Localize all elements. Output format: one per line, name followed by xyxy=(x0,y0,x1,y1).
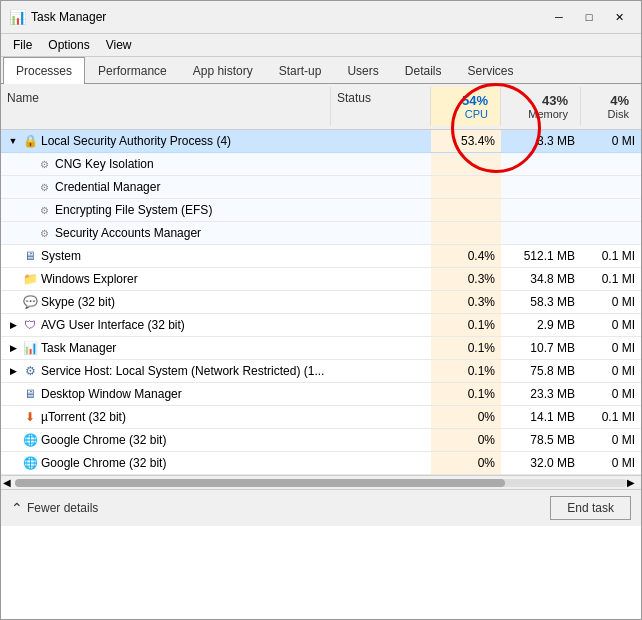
avg-memory: 2.9 MB xyxy=(501,314,581,336)
svchost-name: Service Host: Local System (Network Rest… xyxy=(41,364,324,378)
tab-performance[interactable]: Performance xyxy=(85,57,180,84)
tab-startup[interactable]: Start-up xyxy=(266,57,335,84)
efs-name-cell: ⚙ Encrypting File System (EFS) xyxy=(1,199,331,221)
chrome2-icon: 🌐 xyxy=(23,456,37,470)
skype-icon: 💬 xyxy=(23,295,37,309)
process-row-skype[interactable]: ▶ 💬 Skype (32 bit) 0.3% 58.3 MB 0 MI xyxy=(1,291,641,314)
scroll-right-button[interactable]: ▶ xyxy=(627,477,639,488)
menu-file[interactable]: File xyxy=(5,36,40,54)
scrollbar-thumb[interactable] xyxy=(15,479,505,487)
process-row-lsass[interactable]: ▼ 🔒 Local Security Authority Process (4)… xyxy=(1,130,641,153)
cpu-label: CPU xyxy=(465,108,488,120)
svchost-status xyxy=(331,360,431,382)
explorer-icon: 📁 xyxy=(23,272,37,286)
tab-app-history[interactable]: App history xyxy=(180,57,266,84)
process-row-credman[interactable]: ⚙ Credential Manager xyxy=(1,176,641,199)
fewer-details-label: Fewer details xyxy=(27,501,98,515)
process-row-sam[interactable]: ⚙ Security Accounts Manager xyxy=(1,222,641,245)
taskmgr-disk: 0 MI xyxy=(581,337,641,359)
avg-status xyxy=(331,314,431,336)
credman-disk xyxy=(581,176,641,198)
credman-name-cell: ⚙ Credential Manager xyxy=(1,176,331,198)
svchost-cpu: 0.1% xyxy=(431,360,501,382)
expand-arrow-svchost[interactable]: ▶ xyxy=(7,365,19,377)
sam-cpu xyxy=(431,222,501,244)
dwm-memory: 23.3 MB xyxy=(501,383,581,405)
utorrent-name: µTorrent (32 bit) xyxy=(41,410,126,424)
process-row-utorrent[interactable]: ▶ ⬇ µTorrent (32 bit) 0% 14.1 MB 0.1 MI xyxy=(1,406,641,429)
chrome2-disk: 0 MI xyxy=(581,452,641,474)
system-name-cell: ▶ 🖥 System xyxy=(1,245,331,267)
credman-icon: ⚙ xyxy=(37,180,51,194)
tab-processes[interactable]: Processes xyxy=(3,57,85,84)
process-row-taskmgr[interactable]: ▶ 📊 Task Manager 0.1% 10.7 MB 0 MI xyxy=(1,337,641,360)
process-row-chrome1[interactable]: ▶ 🌐 Google Chrome (32 bit) 0% 78.5 MB 0 … xyxy=(1,429,641,452)
col-name[interactable]: Name xyxy=(1,87,331,126)
scrollbar-track[interactable] xyxy=(15,479,628,487)
tab-users[interactable]: Users xyxy=(334,57,391,84)
credman-cpu xyxy=(431,176,501,198)
explorer-disk: 0.1 MI xyxy=(581,268,641,290)
process-row-cng[interactable]: ⚙ CNG Key Isolation xyxy=(1,153,641,176)
horizontal-scrollbar[interactable]: ◀ ▶ xyxy=(1,475,641,489)
col-disk[interactable]: 4% Disk xyxy=(581,87,641,126)
expand-arrow-avg[interactable]: ▶ xyxy=(7,319,19,331)
cng-disk xyxy=(581,153,641,175)
maximize-button[interactable]: □ xyxy=(575,7,603,27)
window-title: Task Manager xyxy=(31,10,106,24)
title-bar-left: 📊 Task Manager xyxy=(9,9,106,25)
scroll-left-button[interactable]: ◀ xyxy=(3,477,15,488)
col-cpu[interactable]: 54% CPU xyxy=(431,87,501,126)
title-bar-controls: ─ □ ✕ xyxy=(545,7,633,27)
process-row-system[interactable]: ▶ 🖥 System 0.4% 512.1 MB 0.1 MI xyxy=(1,245,641,268)
menu-options[interactable]: Options xyxy=(40,36,97,54)
end-task-button[interactable]: End task xyxy=(550,496,631,520)
chrome2-status xyxy=(331,452,431,474)
tab-details[interactable]: Details xyxy=(392,57,455,84)
close-button[interactable]: ✕ xyxy=(605,7,633,27)
dwm-name: Desktop Window Manager xyxy=(41,387,182,401)
expand-arrow-lsass[interactable]: ▼ xyxy=(7,135,19,147)
table-header: Name Status 54% CPU 43% Memory 4% Disk xyxy=(1,84,641,130)
menu-view[interactable]: View xyxy=(98,36,140,54)
lsass-icon: 🔒 xyxy=(23,134,37,148)
lsass-status xyxy=(331,130,431,152)
process-row-dwm[interactable]: ▶ 🖥 Desktop Window Manager 0.1% 23.3 MB … xyxy=(1,383,641,406)
process-row-efs[interactable]: ⚙ Encrypting File System (EFS) xyxy=(1,199,641,222)
lsass-cpu: 53.4% xyxy=(431,130,501,152)
chrome1-disk: 0 MI xyxy=(581,429,641,451)
efs-memory xyxy=(501,199,581,221)
process-row-chrome2[interactable]: ▶ 🌐 Google Chrome (32 bit) 0% 32.0 MB 0 … xyxy=(1,452,641,475)
process-row-avg[interactable]: ▶ 🛡 AVG User Interface (32 bit) 0.1% 2.9… xyxy=(1,314,641,337)
chrome1-status xyxy=(331,429,431,451)
dwm-status xyxy=(331,383,431,405)
sam-disk xyxy=(581,222,641,244)
explorer-name: Windows Explorer xyxy=(41,272,138,286)
system-cpu: 0.4% xyxy=(431,245,501,267)
tab-services[interactable]: Services xyxy=(454,57,526,84)
cng-memory xyxy=(501,153,581,175)
fewer-details-button[interactable]: ⌃ Fewer details xyxy=(11,500,98,516)
skype-name-cell: ▶ 💬 Skype (32 bit) xyxy=(1,291,331,313)
process-list: ▼ 🔒 Local Security Authority Process (4)… xyxy=(1,130,641,475)
avg-icon: 🛡 xyxy=(23,318,37,332)
efs-disk xyxy=(581,199,641,221)
utorrent-memory: 14.1 MB xyxy=(501,406,581,428)
sam-memory xyxy=(501,222,581,244)
process-row-svchost[interactable]: ▶ ⚙ Service Host: Local System (Network … xyxy=(1,360,641,383)
utorrent-icon: ⬇ xyxy=(23,410,37,424)
process-row-explorer[interactable]: ▶ 📁 Windows Explorer 0.3% 34.8 MB 0.1 MI xyxy=(1,268,641,291)
lsass-name: Local Security Authority Process (4) xyxy=(41,134,231,148)
sam-name-cell: ⚙ Security Accounts Manager xyxy=(1,222,331,244)
menu-bar: File Options View xyxy=(1,34,641,57)
svchost-memory: 75.8 MB xyxy=(501,360,581,382)
dwm-disk: 0 MI xyxy=(581,383,641,405)
col-memory[interactable]: 43% Memory xyxy=(501,87,581,126)
chrome2-name: Google Chrome (32 bit) xyxy=(41,456,166,470)
chrome1-name-cell: ▶ 🌐 Google Chrome (32 bit) xyxy=(1,429,331,451)
sam-icon: ⚙ xyxy=(37,226,51,240)
system-memory: 512.1 MB xyxy=(501,245,581,267)
expand-arrow-taskmgr[interactable]: ▶ xyxy=(7,342,19,354)
minimize-button[interactable]: ─ xyxy=(545,7,573,27)
col-status[interactable]: Status xyxy=(331,87,431,126)
